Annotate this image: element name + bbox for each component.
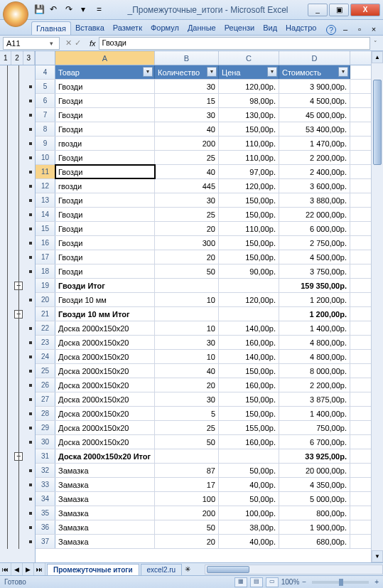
cell[interactable]: 4 500,00р. <box>279 94 350 107</box>
sheet-nav-2[interactable]: ▶ <box>23 563 34 576</box>
cell[interactable]: 445 <box>155 179 219 193</box>
hscroll-thumb[interactable] <box>207 566 249 573</box>
cell[interactable]: Доска 2000х150х20 <box>55 392 155 406</box>
row-header[interactable]: 11 <box>36 165 55 178</box>
cell[interactable]: 150,00р. <box>219 193 279 207</box>
cell[interactable]: 40,00р. <box>219 478 279 491</box>
cell[interactable]: Замазка <box>55 535 155 548</box>
cell[interactable]: 800,00р. <box>279 506 350 520</box>
sheet-tab-active[interactable]: Промежуточные итоги <box>47 564 139 575</box>
cell[interactable]: 30 <box>155 336 219 349</box>
maximize-button[interactable]: ▣ <box>329 4 349 16</box>
cell[interactable]: Гвозди 10 мм <box>55 293 155 306</box>
cell[interactable]: 159 350,00р. <box>279 279 350 292</box>
cell[interactable]: 33 925,00р. <box>279 449 350 463</box>
cell[interactable]: 38,00р. <box>219 520 279 534</box>
ribbon-tab-0[interactable]: Главная <box>31 21 71 35</box>
cell[interactable]: 150,00р. <box>219 407 279 420</box>
cell[interactable]: Доска 2000х150х20 <box>55 435 155 449</box>
row-header[interactable]: 15 <box>36 222 55 235</box>
sheet-nav-0[interactable]: ⏮ <box>0 563 11 576</box>
cell[interactable]: 25 <box>155 421 219 434</box>
cell[interactable]: 110,00р. <box>219 137 279 150</box>
zoom-out-icon[interactable]: − <box>302 578 306 586</box>
row-header[interactable]: 21 <box>36 307 55 321</box>
cell[interactable]: 160,00р. <box>219 378 279 392</box>
cell[interactable]: 50,00р. <box>219 464 279 477</box>
cell[interactable]: Замазка <box>55 478 155 491</box>
row-header[interactable]: 5 <box>36 80 55 93</box>
formula-expand-icon[interactable]: ˅ <box>370 40 380 47</box>
cell[interactable]: Гвозди <box>55 94 155 107</box>
cell[interactable]: Гвозди <box>55 250 155 264</box>
cell[interactable]: 20 000,00р. <box>279 464 350 477</box>
cell[interactable]: 1 200,00р. <box>279 307 350 321</box>
sheet-nav-1[interactable]: ◀ <box>11 563 23 576</box>
cell[interactable] <box>155 279 219 292</box>
row-header[interactable]: 18 <box>36 264 55 278</box>
outline-level-2[interactable]: 2 <box>11 51 23 65</box>
cell[interactable]: 4 500,00р. <box>279 250 350 264</box>
cell[interactable]: 130,00р. <box>219 108 279 122</box>
scroll-down-icon[interactable]: ▼ <box>372 550 383 562</box>
cell[interactable]: 50 <box>155 520 219 534</box>
cell[interactable]: Гвозди <box>55 80 155 93</box>
cell[interactable]: 53 400,00р. <box>279 122 350 136</box>
mdi-minimize-icon[interactable]: – <box>340 25 350 35</box>
view-normal-icon[interactable]: ▦ <box>234 577 247 587</box>
cell[interactable]: 680,00р. <box>279 535 350 548</box>
cell[interactable]: 25 <box>155 151 219 164</box>
cell[interactable]: 15 <box>155 94 219 107</box>
cell[interactable]: 3 880,00р. <box>279 193 350 207</box>
cell[interactable]: 40 <box>155 165 219 178</box>
cell[interactable]: 150,00р. <box>219 250 279 264</box>
cell[interactable]: 20 <box>155 535 219 548</box>
vscroll-thumb[interactable] <box>373 80 382 165</box>
cell[interactable]: Доска 2000х150х20 <box>55 336 155 349</box>
cell[interactable]: 1 900,00р. <box>279 520 350 534</box>
undo-icon[interactable]: ↶ <box>50 4 61 16</box>
cell[interactable]: 40 <box>155 122 219 136</box>
cell[interactable]: 150,00р. <box>219 364 279 378</box>
row-header[interactable]: 37 <box>36 535 55 548</box>
name-box[interactable]: A11 ▾ <box>3 37 60 50</box>
row-header[interactable]: 35 <box>36 506 55 520</box>
cell[interactable]: 6 000,00р. <box>279 222 350 235</box>
cell[interactable]: Замазка <box>55 464 155 477</box>
filter-button-icon[interactable]: ▼ <box>338 67 348 77</box>
office-button[interactable] <box>3 1 28 27</box>
cell[interactable]: 150,00р. <box>219 122 279 136</box>
row-header[interactable]: 14 <box>36 208 55 221</box>
cell[interactable]: 100,00р. <box>219 506 279 520</box>
cell[interactable]: Гвозди <box>55 165 155 178</box>
outline-level-1[interactable]: 1 <box>0 51 11 65</box>
cell[interactable]: 20 <box>155 222 219 235</box>
cell[interactable]: 5 <box>155 407 219 420</box>
scroll-up-icon[interactable]: ▲ <box>372 51 383 63</box>
ribbon-tab-1[interactable]: Вставка <box>71 21 109 35</box>
redo-icon[interactable]: ↷ <box>65 4 77 16</box>
cell[interactable]: Гвозди <box>55 122 155 136</box>
cell[interactable]: 200 <box>155 506 219 520</box>
header-cell-D[interactable]: Стоимость▼ <box>279 65 350 79</box>
zoom-thumb[interactable] <box>339 579 343 586</box>
cell[interactable]: Гвозди <box>55 208 155 221</box>
zoom-slider[interactable] <box>312 581 369 584</box>
cell[interactable]: 150,00р. <box>219 208 279 221</box>
row-header[interactable]: 19 <box>36 279 55 292</box>
cell[interactable]: 110,00р. <box>219 151 279 164</box>
cell[interactable]: 30 <box>155 108 219 122</box>
cell[interactable]: 120,00р. <box>219 80 279 93</box>
cell[interactable]: 110,00р. <box>219 222 279 235</box>
cell[interactable]: 40,00р. <box>219 535 279 548</box>
row-header[interactable]: 6 <box>36 94 55 107</box>
cell[interactable]: 45 000,00р. <box>279 108 350 122</box>
cell[interactable]: 300 <box>155 236 219 250</box>
row-header[interactable]: 13 <box>36 193 55 207</box>
cell[interactable]: Замазка <box>55 506 155 520</box>
cell[interactable]: 40 <box>155 364 219 378</box>
cell[interactable]: 30 <box>155 392 219 406</box>
cell[interactable]: 50 <box>155 435 219 449</box>
cell[interactable]: 98,00р. <box>219 94 279 107</box>
cell[interactable]: Замазка <box>55 520 155 534</box>
